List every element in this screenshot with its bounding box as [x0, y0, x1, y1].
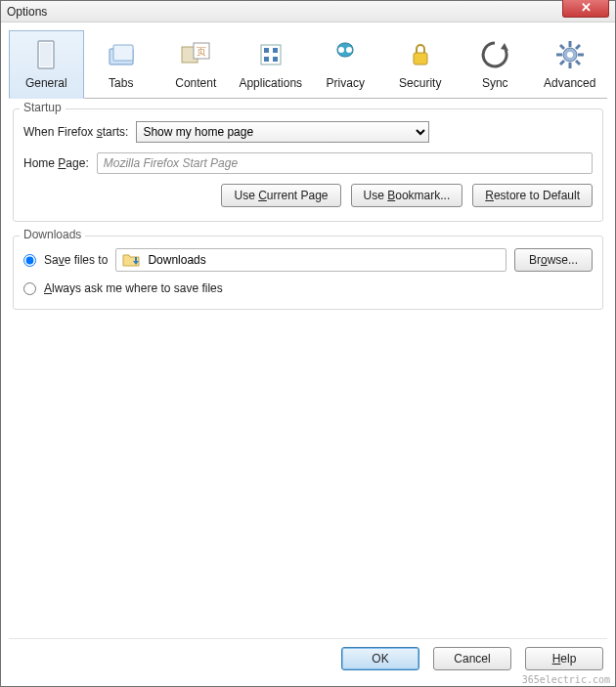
svg-rect-1	[40, 43, 52, 66]
svg-rect-14	[414, 53, 427, 64]
tab-applications[interactable]: Applications	[234, 30, 309, 98]
home-page-row: Home Page:	[23, 152, 593, 174]
svg-line-23	[576, 45, 580, 49]
svg-line-21	[560, 45, 564, 49]
svg-rect-3	[113, 45, 133, 61]
svg-point-25	[567, 52, 573, 58]
svg-rect-10	[264, 57, 269, 62]
svg-rect-9	[273, 48, 278, 53]
svg-point-12	[338, 47, 344, 53]
content-icon: 页	[178, 37, 213, 72]
gear-icon	[552, 37, 588, 72]
svg-line-24	[560, 61, 564, 64]
when-firefox-starts-row: When Firefox starts: Show my home page	[23, 121, 593, 143]
cancel-button[interactable]: Cancel	[433, 647, 511, 670]
sync-icon	[477, 37, 512, 72]
tab-label: Advanced	[544, 76, 595, 90]
close-icon: ✕	[581, 0, 592, 15]
tab-privacy[interactable]: Privacy	[308, 30, 383, 98]
window-title: Options	[7, 5, 47, 19]
options-window: Options ✕ General Tabs 页	[0, 0, 616, 687]
home-page-input[interactable]	[97, 152, 593, 174]
tab-label: Security	[399, 76, 441, 90]
always-ask-radio[interactable]	[23, 282, 36, 295]
save-files-to-row: Save files to Downloads Browse...	[23, 248, 593, 272]
applications-icon	[253, 37, 288, 72]
security-icon	[403, 37, 438, 72]
tab-label: Content	[175, 76, 216, 90]
dialog-button-row: OK Cancel Help	[9, 638, 607, 678]
tab-label: Applications	[239, 76, 302, 90]
tab-general[interactable]: General	[9, 30, 84, 99]
content-area: General Tabs 页 Content Applications	[1, 22, 615, 686]
tab-label: Privacy	[327, 76, 365, 90]
tab-label: Tabs	[109, 76, 133, 90]
download-folder-field[interactable]: Downloads	[115, 248, 506, 272]
general-panel: Startup When Firefox starts: Show my hom…	[9, 99, 607, 638]
tab-sync[interactable]: Sync	[458, 30, 533, 98]
startup-group: Startup When Firefox starts: Show my hom…	[13, 108, 603, 222]
startup-legend: Startup	[20, 101, 66, 114]
tab-label: Sync	[482, 76, 508, 90]
downloads-group: Downloads Save files to Downloads Browse…	[13, 236, 603, 310]
svg-text:页: 页	[197, 46, 206, 57]
titlebar: Options ✕	[1, 1, 615, 22]
always-ask-label: Always ask me where to save files	[44, 281, 223, 295]
save-files-to-radio[interactable]	[23, 254, 36, 267]
svg-rect-11	[273, 57, 278, 62]
home-page-label: Home Page:	[23, 156, 89, 170]
general-icon	[28, 37, 64, 72]
svg-marker-15	[501, 43, 508, 51]
home-page-buttons: Use Current Page Use Bookmark... Restore…	[23, 184, 593, 207]
startup-mode-select[interactable]: Show my home page	[136, 121, 429, 143]
help-button[interactable]: Help	[525, 647, 603, 670]
close-button[interactable]: ✕	[562, 0, 609, 18]
tab-label: General	[25, 76, 67, 90]
ok-button[interactable]: OK	[341, 647, 419, 670]
browse-button[interactable]: Browse...	[514, 248, 593, 272]
save-files-to-label: Save files to	[44, 253, 108, 267]
svg-rect-8	[264, 48, 269, 53]
category-tabstrip: General Tabs 页 Content Applications	[9, 30, 607, 99]
svg-line-22	[576, 61, 580, 64]
privacy-icon	[328, 37, 363, 72]
download-folder-name: Downloads	[148, 253, 205, 267]
watermark: 365electric.com	[522, 674, 610, 685]
tab-security[interactable]: Security	[383, 30, 459, 98]
use-current-page-button[interactable]: Use Current Page	[221, 184, 340, 207]
tabs-icon	[104, 37, 139, 72]
folder-icon	[122, 251, 140, 269]
restore-default-button[interactable]: Restore to Default	[472, 184, 593, 207]
downloads-legend: Downloads	[20, 228, 85, 241]
when-firefox-starts-label: When Firefox starts:	[23, 125, 128, 139]
tab-tabs[interactable]: Tabs	[84, 30, 159, 98]
always-ask-row: Always ask me where to save files	[23, 281, 593, 295]
svg-point-13	[346, 47, 352, 53]
tab-content[interactable]: 页 Content	[158, 30, 234, 98]
use-bookmark-button[interactable]: Use Bookmark...	[351, 184, 463, 207]
tab-advanced[interactable]: Advanced	[533, 30, 608, 98]
